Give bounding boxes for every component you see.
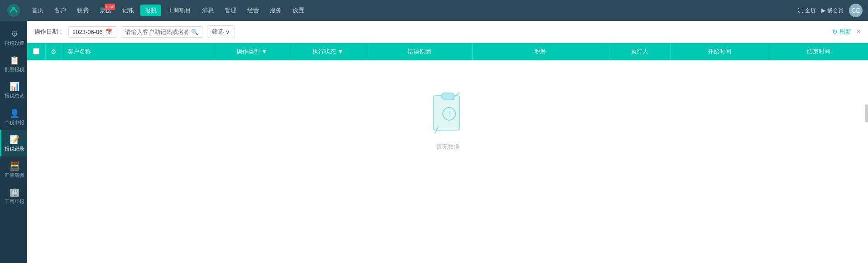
member-button[interactable]: ▶ 畅会员	[821, 7, 844, 15]
empty-text: 暂无数据	[436, 143, 460, 151]
data-table: ⚙ 客户名称 操作类型 ▼ 执行状态 ▼ 错误原因 税种 执行人 开始时间 结束…	[27, 43, 868, 169]
person-tax-icon: 👤	[10, 108, 19, 118]
nav-item-收费[interactable]: 收费	[72, 5, 93, 16]
nav-badge-票据: new	[105, 4, 115, 10]
nav-item-客户[interactable]: 客户	[50, 5, 71, 16]
sidebar-item-报税总览[interactable]: 📊报税总览	[0, 77, 27, 103]
fullscreen-button[interactable]: ⛶ 全屏	[798, 7, 816, 15]
table-container: ⚙ 客户名称 操作类型 ▼ 执行状态 ▼ 错误原因 税种 执行人 开始时间 结束…	[27, 43, 868, 263]
empty-state: !	[27, 60, 868, 169]
nav-item-服务[interactable]: 服务	[265, 5, 286, 16]
close-icon: ×	[857, 28, 861, 35]
empty-illustration: !	[425, 88, 470, 137]
gear-icon[interactable]: ⚙	[51, 48, 57, 55]
sidebar-label-报税总览: 报税总览	[5, 93, 24, 99]
nav-item-经营[interactable]: 经营	[243, 5, 264, 16]
sidebar: ⚙报税设置📋批量报税📊报税总览👤个税申报📝报税记录🧮汇算清缴🏢工商年报	[0, 21, 27, 263]
sidebar-label-个税申报: 个税申报	[5, 120, 24, 126]
content-area: 操作日期： 2023-06-06 📅 🔍 筛选 ∨ ↻ 刷新 ×	[27, 21, 868, 263]
date-input[interactable]: 2023-06-06 📅	[68, 26, 116, 38]
refresh-button[interactable]: ↻ 刷新	[832, 28, 851, 36]
th-exec-status[interactable]: 执行状态 ▼	[290, 43, 366, 60]
sidebar-label-报税设置: 报税设置	[5, 40, 24, 46]
refresh-icon: ↻	[832, 28, 838, 35]
avatar[interactable]: CE	[849, 4, 863, 17]
sidebar-label-工商年报: 工商年报	[5, 199, 24, 205]
search-box[interactable]: 🔍	[121, 26, 202, 38]
sidebar-item-批量报税[interactable]: 📋批量报税	[0, 51, 27, 77]
chevron-down-icon: ∨	[225, 29, 230, 35]
svg-rect-3	[441, 93, 454, 99]
th-executor: 执行人	[609, 43, 670, 60]
fullscreen-label: 全屏	[805, 7, 816, 15]
scroll-indicator[interactable]	[865, 104, 868, 122]
th-checkbox[interactable]	[27, 43, 45, 60]
calculate-icon: 🧮	[10, 161, 19, 171]
overview-icon: 📊	[10, 82, 19, 92]
search-input[interactable]	[125, 29, 188, 35]
close-button[interactable]: ×	[857, 28, 861, 36]
sidebar-item-个税申报[interactable]: 👤个税申报	[0, 104, 27, 130]
svg-point-9	[439, 131, 440, 132]
th-start-time: 开始时间	[670, 43, 769, 60]
main-layout: ⚙报税设置📋批量报税📊报税总览👤个税申报📝报税记录🧮汇算清缴🏢工商年报 操作日期…	[0, 21, 868, 263]
table-body: !	[27, 60, 868, 169]
member-label: 畅会员	[827, 7, 844, 15]
nav-item-报税[interactable]: 报税	[140, 5, 161, 16]
svg-point-1	[12, 7, 15, 10]
th-gear[interactable]: ⚙	[45, 43, 62, 60]
video-icon: ▶	[821, 7, 825, 14]
date-value: 2023-06-06	[72, 29, 103, 35]
nav-item-票据[interactable]: 票据new	[95, 5, 116, 16]
empty-row: !	[27, 60, 868, 169]
record-icon: 📝	[10, 135, 19, 145]
top-nav: 首页客户收费票据new记账报税工商项目消息管理经营服务设置 ⛶ 全屏 ▶ 畅会员…	[0, 0, 868, 21]
search-icon: 🔍	[191, 29, 198, 35]
nav-items: 首页客户收费票据new记账报税工商项目消息管理经营服务设置	[27, 5, 798, 16]
calendar-icon: 📅	[106, 29, 112, 35]
table-header-row: ⚙ 客户名称 操作类型 ▼ 执行状态 ▼ 错误原因 税种 执行人 开始时间 结束…	[27, 43, 868, 60]
logo	[5, 2, 22, 19]
svg-point-0	[7, 4, 20, 17]
nav-item-记账[interactable]: 记账	[118, 5, 139, 16]
sidebar-item-汇算清缴[interactable]: 🧮汇算清缴	[0, 156, 27, 183]
filter-button[interactable]: 筛选 ∨	[207, 25, 235, 38]
refresh-label: 刷新	[839, 28, 851, 36]
th-end-time: 结束时间	[769, 43, 868, 60]
svg-text:!: !	[448, 110, 450, 118]
nav-item-消息[interactable]: 消息	[197, 5, 218, 16]
th-tax-type: 税种	[472, 43, 609, 60]
header-checkbox[interactable]	[33, 48, 39, 54]
settings-icon: ⚙	[10, 29, 19, 39]
toolbar-right: ↻ 刷新 ×	[832, 28, 861, 36]
batch-icon: 📋	[10, 55, 19, 65]
toolbar: 操作日期： 2023-06-06 📅 🔍 筛选 ∨ ↻ 刷新 ×	[27, 21, 868, 43]
top-nav-right: ⛶ 全屏 ▶ 畅会员 CE	[798, 4, 863, 17]
nav-item-首页[interactable]: 首页	[27, 5, 48, 16]
sidebar-item-工商年报[interactable]: 🏢工商年报	[0, 183, 27, 209]
nav-item-工商项目[interactable]: 工商项目	[163, 5, 196, 16]
nav-item-设置[interactable]: 设置	[288, 5, 309, 16]
sidebar-label-报税记录: 报税记录	[5, 146, 24, 152]
annual-report-icon: 🏢	[10, 187, 19, 197]
th-operation-type[interactable]: 操作类型 ▼	[214, 43, 290, 60]
date-label: 操作日期：	[34, 28, 64, 36]
svg-point-11	[434, 132, 436, 134]
fullscreen-icon: ⛶	[798, 7, 803, 14]
sidebar-label-汇算清缴: 汇算清缴	[5, 172, 24, 178]
th-customer-name: 客户名称	[62, 43, 214, 60]
nav-item-管理[interactable]: 管理	[220, 5, 241, 16]
sidebar-item-报税记录[interactable]: 📝报税记录	[0, 130, 27, 156]
filter-label: 筛选	[212, 28, 224, 36]
sidebar-item-报税设置[interactable]: ⚙报税设置	[0, 24, 27, 51]
th-error-reason: 错误原因	[366, 43, 472, 60]
sidebar-label-批量报税: 批量报税	[5, 67, 24, 73]
